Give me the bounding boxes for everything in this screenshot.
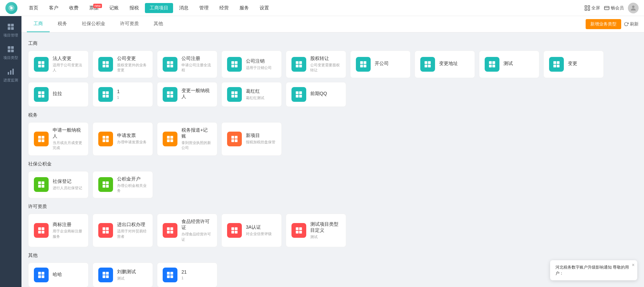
project-manage-icon: [6, 22, 15, 31]
card-gehonghong[interactable]: 葛红红 葛红红测试: [221, 82, 282, 107]
sidebar-item-progress-monitor[interactable]: 进度监测: [0, 64, 21, 86]
nav-menu: 首页 客户 收费 票据 new 记账 报税 工商项目 消息 管理 经营 服务 设…: [24, 3, 585, 13]
nav-tax[interactable]: 报税: [125, 3, 144, 13]
card-icon-company-register: [163, 57, 177, 72]
card-info-gehonghong: 葛红红 葛红红测试: [246, 88, 264, 100]
svg-rect-68: [231, 95, 234, 97]
tab-other[interactable]: 其他: [147, 16, 170, 32]
card-info-early-qq: 前期QQ: [310, 91, 327, 98]
card-desc-test-type: 测试: [310, 234, 340, 239]
nav-accounts[interactable]: 记账: [105, 3, 123, 13]
svg-rect-44: [425, 65, 427, 67]
nav-customer[interactable]: 客户: [44, 3, 63, 13]
tab-industry[interactable]: 工商: [27, 16, 50, 32]
card-icon-equity-transfer: [291, 57, 306, 72]
card-company-change[interactable]: 公司变更 股权变更外的业务变更: [93, 51, 153, 78]
svg-rect-65: [170, 95, 173, 97]
industry-card-grid: 法人变更 适用于公司变更法人 公司变更 股权变更外的业务变更: [28, 51, 637, 107]
sidebar-item-project-type[interactable]: 项目类型: [0, 41, 21, 64]
card-trademark[interactable]: 商标注册 用于企业商标注册服务: [28, 214, 89, 247]
svg-rect-94: [103, 182, 105, 184]
svg-rect-20: [38, 65, 41, 67]
refresh-button[interactable]: 刷新: [624, 21, 639, 27]
card-num1[interactable]: 1 1: [93, 82, 153, 107]
svg-rect-1: [588, 6, 590, 7]
svg-rect-87: [235, 136, 237, 139]
card-3a-cert[interactable]: 3A认证 对企业信誉评级: [221, 214, 282, 247]
card-fund-account[interactable]: 公积金开户 办理公积金相关业务: [93, 171, 153, 199]
card-test-type[interactable]: 测试项目类型目定义 测试: [286, 214, 346, 247]
card-info-change: 变更: [568, 61, 577, 68]
nav-settings[interactable]: 设置: [255, 3, 274, 13]
card-haha[interactable]: 哈哈: [28, 263, 89, 287]
user-avatar[interactable]: [628, 3, 639, 13]
card-info-apply-invoice: 申请发票 办理申请发票业务: [117, 133, 147, 145]
card-title-early-qq: 前期QQ: [310, 91, 327, 97]
card-icon-change-taxpayer: [163, 87, 177, 102]
svg-rect-3: [588, 9, 590, 10]
tab-permit[interactable]: 许可资质: [113, 16, 146, 32]
svg-rect-45: [428, 65, 431, 67]
nav-manage[interactable]: 管理: [195, 3, 213, 13]
nav-home[interactable]: 首页: [24, 3, 43, 13]
card-change-taxpayer[interactable]: 变更一般纳税人: [157, 82, 217, 107]
card-company-cancel[interactable]: 公司注销 适用于注销公司: [221, 51, 282, 78]
card-desc-liupeng-test: 测试: [117, 276, 136, 281]
tax-card-grid: 申请一般纳税人 当月或次月成变更完成 申请发票 办理申请发票业务: [28, 122, 637, 156]
card-icon-num1: [98, 87, 113, 102]
card-info-open-company: 开公司: [375, 61, 389, 68]
card-import-export[interactable]: 进出口权办理 适用于对外贸易经营者: [93, 214, 153, 247]
card-company-register[interactable]: 公司注册 申请公司注册全流程: [157, 51, 217, 78]
card-num21[interactable]: 21 1: [157, 263, 217, 287]
card-legal-change[interactable]: 法人变更 适用于公司变更法人: [28, 51, 89, 78]
card-equity-transfer[interactable]: 股权转让 公司变更需要股权转让: [286, 51, 346, 78]
new-type-button[interactable]: 新增业务类型: [586, 19, 621, 29]
member-btn[interactable]: 畅会员: [604, 5, 624, 11]
card-tax-report-accounts[interactable]: 税务报道+记账 拿到营业执照的新公司: [157, 122, 217, 156]
card-apply-invoice[interactable]: 申请发票 办理申请发票业务: [93, 122, 153, 156]
tab-tax[interactable]: 税务: [51, 16, 74, 32]
card-icon-change-address: [420, 57, 435, 72]
svg-rect-16: [10, 70, 11, 75]
nav-billing[interactable]: 收费: [64, 3, 83, 13]
card-early-qq[interactable]: 前期QQ: [286, 82, 346, 107]
card-title-lala: 拉拉: [53, 91, 62, 97]
card-desc-num21: 1: [181, 276, 187, 281]
other-card-grid: 哈哈 刘鹏测试 测试: [28, 263, 637, 287]
nav-operation[interactable]: 经营: [215, 3, 233, 13]
svg-rect-38: [360, 61, 363, 64]
card-test[interactable]: 测试: [479, 51, 539, 78]
svg-rect-49: [492, 65, 495, 67]
svg-rect-118: [38, 272, 41, 275]
fullscreen-btn[interactable]: 全屏: [585, 5, 600, 11]
tabs-list: 工商 税务 社保公积金 许可资质 其他: [27, 16, 171, 32]
section-title-other: 其他: [28, 253, 637, 259]
svg-rect-126: [167, 272, 170, 275]
nav-service[interactable]: 服务: [235, 3, 254, 13]
card-apply-taxpayer[interactable]: 申请一般纳税人 当月或次月成变更完成: [28, 122, 89, 156]
svg-rect-115: [299, 227, 302, 230]
sidebar-label-project-type: 项目类型: [3, 55, 18, 60]
card-info-lala: 拉拉: [53, 91, 62, 98]
card-liupeng-test[interactable]: 刘鹏测试 测试: [93, 263, 153, 287]
card-new-project[interactable]: 新项目 报税加税控盘保管: [221, 122, 282, 156]
card-social-register[interactable]: 社保登记 进行人员社保登记: [28, 171, 89, 199]
nav-message[interactable]: 消息: [174, 3, 193, 13]
svg-rect-116: [296, 231, 299, 233]
svg-rect-23: [106, 61, 109, 64]
card-change-address[interactable]: 变更地址: [415, 51, 475, 78]
svg-rect-97: [106, 185, 109, 188]
card-desc-company-register: 申请公司注册全流程: [181, 63, 212, 73]
nav-industry[interactable]: 工商项目: [145, 3, 173, 13]
app-logo[interactable]: [5, 2, 17, 14]
card-open-company[interactable]: 开公司: [350, 51, 411, 78]
card-change[interactable]: 变更: [543, 51, 604, 78]
card-lala[interactable]: 拉拉: [28, 82, 89, 107]
tab-social-fund[interactable]: 社保公积金: [75, 16, 112, 32]
nav-invoice[interactable]: 票据 new: [85, 3, 103, 13]
sidebar-item-project-manage[interactable]: 项目管理: [0, 19, 21, 41]
chat-close-btn[interactable]: ×: [632, 262, 635, 268]
svg-rect-34: [296, 61, 299, 64]
card-food-license[interactable]: 食品经营许可证 办理食品经营许可证: [157, 214, 217, 247]
card-title-gehonghong: 葛红红: [246, 88, 264, 94]
